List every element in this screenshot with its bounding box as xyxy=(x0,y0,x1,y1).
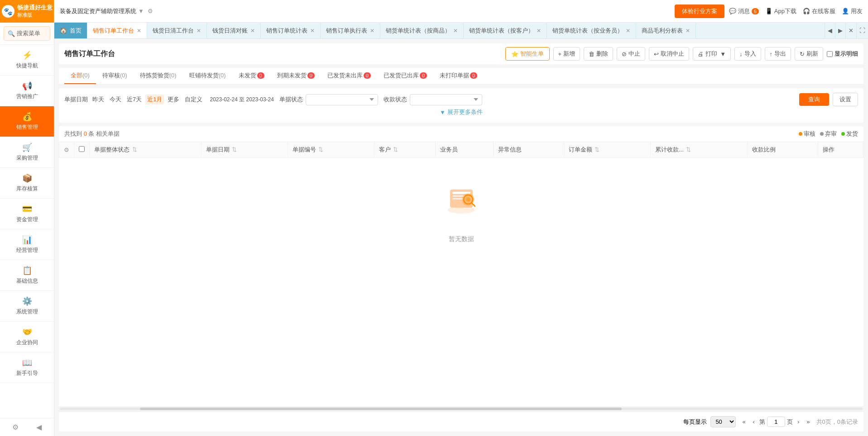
filter-tab-expired-not-shipped[interactable]: 到期未发货0 xyxy=(271,68,321,84)
horizontal-scrollbar[interactable] xyxy=(59,406,863,412)
online-service-button[interactable]: 🎧 在线客服 xyxy=(803,7,835,15)
filter-tab-shipped-not-out[interactable]: 已发货未出库0 xyxy=(321,68,377,84)
tab-sales-order[interactable]: 销售订单工作台 ✕ xyxy=(87,23,147,39)
sidebar-item-marketing[interactable]: 📢 营销推广 xyxy=(0,76,54,106)
tab-sales-stat-product[interactable]: 销货单统计表（按商品） ✕ xyxy=(380,23,464,39)
filter-tab-pending-inspect[interactable]: 待拣货验货(0) xyxy=(134,68,183,84)
add-button[interactable]: + 新增 xyxy=(553,47,580,61)
filter-tab-all[interactable]: 全部(0) xyxy=(64,68,96,84)
cancel-stop-icon: ↩ xyxy=(654,51,659,57)
sidebar-item-inventory[interactable]: 📦 库存核算 xyxy=(0,168,54,199)
sidebar-item-operations[interactable]: 📊 经营管理 xyxy=(0,229,54,260)
scrollbar-thumb[interactable] xyxy=(140,408,622,410)
tab-scroll-right-button[interactable]: ▶ xyxy=(835,23,845,39)
message-button[interactable]: 💬 消息 6 xyxy=(729,7,759,15)
tab-close-icon[interactable]: ✕ xyxy=(453,28,458,34)
show-detail-checkbox-label[interactable]: 显示明细 xyxy=(827,50,858,58)
tab-sales-exec[interactable]: 销售订单执行表 ✕ xyxy=(321,23,380,39)
filter-tab-wangpu[interactable]: 旺铺待发货(0) xyxy=(183,68,232,84)
date-option-7days[interactable]: 近7天 xyxy=(125,95,144,104)
app-download-button[interactable]: 📱 App下载 xyxy=(765,7,796,15)
user-button[interactable]: 👤 用友 xyxy=(842,7,863,15)
sidebar-item-guide[interactable]: 📖 新手引导 xyxy=(0,352,54,383)
search-menu-button[interactable]: 🔍 搜索菜单 xyxy=(4,26,50,41)
tab-close-icon[interactable]: ✕ xyxy=(197,28,201,34)
review-action[interactable]: 审核 xyxy=(799,130,815,138)
query-button[interactable]: 查询 xyxy=(799,93,829,106)
tab-home[interactable]: 🏠 首页 xyxy=(54,23,87,39)
refresh-icon: ↻ xyxy=(800,51,805,57)
sort-icon[interactable]: ⇅ xyxy=(232,146,237,153)
filter-tab-not-printed[interactable]: 未打印单据0 xyxy=(433,68,484,84)
date-option-1month[interactable]: 近1月 xyxy=(145,95,164,104)
sidebar-item-purchase[interactable]: 🛒 采购管理 xyxy=(0,137,54,168)
industry-solution-button[interactable]: 体验行业方案 xyxy=(675,5,724,18)
page-number-input[interactable] xyxy=(767,417,785,427)
sort-icon[interactable]: ⇅ xyxy=(393,146,398,153)
sidebar-item-finance[interactable]: 💳 资金管理 xyxy=(0,199,54,229)
setting-button[interactable]: 设置 xyxy=(833,93,858,106)
tab-sales-stat-customer[interactable]: 销货单统计表（按客户） ✕ xyxy=(464,23,547,39)
page-size-select[interactable]: 50 10 20 100 xyxy=(710,416,736,427)
tab-cash-daily[interactable]: 钱货日清工作台 ✕ xyxy=(147,23,207,39)
tab-cash-reconcile[interactable]: 钱货日清对账 ✕ xyxy=(207,23,261,39)
import-button[interactable]: ↓ 导入 xyxy=(734,47,761,61)
tab-close-icon[interactable]: ✕ xyxy=(686,28,690,34)
smart-create-button[interactable]: ⭐ 智能生单 xyxy=(505,47,550,61)
sidebar-item-sales[interactable]: 💰 销售管理 xyxy=(0,106,54,137)
tab-close-icon[interactable]: ✕ xyxy=(537,28,541,34)
purchase-icon: 🛒 xyxy=(22,142,32,152)
sidebar-item-label: 企业协同 xyxy=(16,339,38,346)
filter-tab-shipped-out[interactable]: 已发货已出库0 xyxy=(377,68,433,84)
table-scroll[interactable]: ⚙ 单据整体状态 ⇅ 单据日期 ⇅ xyxy=(59,142,863,406)
delete-button[interactable]: 🗑 删除 xyxy=(584,47,613,61)
tab-sales-stat[interactable]: 销售订单统计表 ✕ xyxy=(261,23,321,39)
tab-close-icon[interactable]: ✕ xyxy=(626,28,630,34)
system-title-dropdown[interactable]: 装备及固定资产辅助管理系统 ▼ xyxy=(60,7,144,15)
date-option-custom[interactable]: 自定义 xyxy=(183,95,204,104)
show-detail-checkbox[interactable] xyxy=(827,51,833,57)
tab-maximize-button[interactable]: ⛶ xyxy=(856,23,868,39)
last-page-button[interactable]: » xyxy=(804,417,812,426)
select-all-checkbox[interactable] xyxy=(79,146,85,152)
tab-close-icon[interactable]: ✕ xyxy=(137,28,141,34)
export-button[interactable]: ↑ 导出 xyxy=(765,47,791,61)
sort-icon[interactable]: ⇅ xyxy=(318,146,323,153)
prev-page-button[interactable]: ‹ xyxy=(750,417,758,426)
config-icon[interactable]: ⚙ xyxy=(64,147,69,153)
expand-conditions-button[interactable]: ▼ 展开更多条件 xyxy=(64,106,858,118)
next-page-button[interactable]: › xyxy=(795,417,802,426)
refresh-button[interactable]: ↻ 刷新 xyxy=(795,47,823,61)
tab-close-icon[interactable]: ✕ xyxy=(370,28,374,34)
sidebar-item-cooperation[interactable]: 🤝 企业协同 xyxy=(0,322,54,352)
cancel-stop-button[interactable]: ↩ 取消中止 xyxy=(649,47,689,61)
cancel-review-action[interactable]: 弃审 xyxy=(820,130,837,138)
filter-tab-pending-review[interactable]: 待审核(0) xyxy=(96,68,134,84)
tab-close-all-button[interactable]: ✕ xyxy=(845,23,856,39)
tab-scroll-left-button[interactable]: ◀ xyxy=(825,23,835,39)
gear-icon[interactable]: ⚙ xyxy=(148,8,153,14)
tab-close-icon[interactable]: ✕ xyxy=(310,28,315,34)
sort-icon[interactable]: ⇅ xyxy=(132,146,137,153)
date-option-today[interactable]: 今天 xyxy=(108,95,123,104)
sidebar-item-label: 快捷导航 xyxy=(16,62,38,70)
collapse-icon[interactable]: ◀ xyxy=(36,423,42,431)
tab-close-icon[interactable]: ✕ xyxy=(250,28,255,34)
stop-button[interactable]: ⊘ 中止 xyxy=(617,47,645,61)
sidebar-item-quick-nav[interactable]: ⚡ 快捷导航 xyxy=(0,45,54,76)
sidebar-item-system[interactable]: ⚙️ 系统管理 xyxy=(0,291,54,322)
status-select[interactable] xyxy=(306,94,378,105)
filter-tab-not-shipped[interactable]: 未发货0 xyxy=(232,68,271,84)
sort-icon[interactable]: ⇅ xyxy=(595,146,599,153)
tab-sales-stat-staff[interactable]: 销货单统计表（按业务员） ✕ xyxy=(547,23,636,39)
date-option-yesterday[interactable]: 昨天 xyxy=(91,95,106,104)
settings-icon[interactable]: ⚙ xyxy=(12,423,19,431)
sidebar-item-basic-info[interactable]: 📋 基础信息 xyxy=(0,260,54,291)
sort-icon[interactable]: ⇅ xyxy=(686,146,691,153)
ship-action[interactable]: 发货 xyxy=(841,130,858,138)
payment-select[interactable] xyxy=(410,94,482,105)
first-page-button[interactable]: « xyxy=(739,417,748,426)
date-option-more[interactable]: 更多 xyxy=(166,95,181,104)
tab-product-profit[interactable]: 商品毛利分析表 ✕ xyxy=(636,23,696,39)
print-button[interactable]: 🖨 打印 ▼ xyxy=(693,47,731,61)
